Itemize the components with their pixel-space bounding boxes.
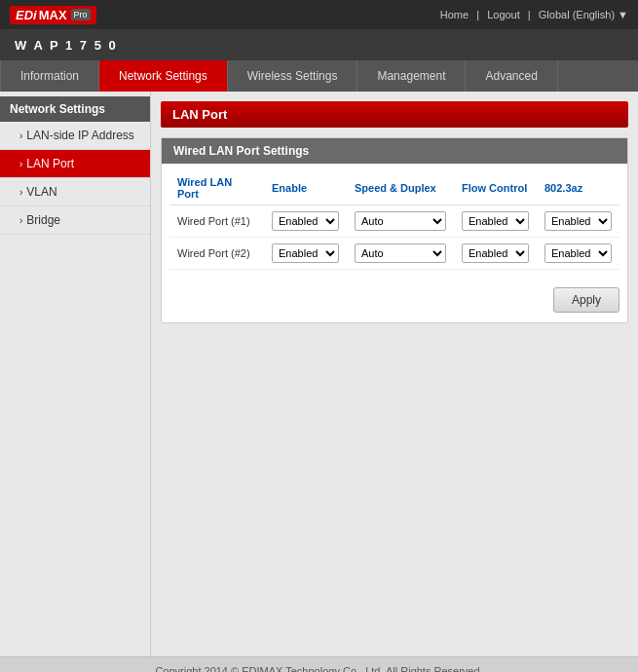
sidebar-item-label: LAN-side IP Address [26,129,134,142]
arrow-icon: › [19,131,22,141]
logout-link[interactable]: Logout [487,9,520,20]
sidebar: Network Settings › LAN-side IP Address ›… [0,92,151,656]
page-title: LAN Port [161,101,628,128]
arrow-icon: › [19,215,22,226]
main-layout: Network Settings › LAN-side IP Address ›… [0,92,638,656]
sidebar-item-vlan[interactable]: › VLAN [0,178,150,206]
port-2-speed-select[interactable]: Auto 10Mbps Half 10Mbps Full 100Mbps Hal… [355,243,446,263]
tab-information[interactable]: Information [0,60,99,92]
logo-max: MAX [39,8,67,22]
sep2: | [528,9,531,20]
port-2-enable-select[interactable]: Enabled Disabled [272,243,339,263]
region-select[interactable]: Global (English) [539,9,615,20]
device-name: W A P 1 7 5 0 [15,38,118,53]
content-area: LAN Port Wired LAN Port Settings Wired L… [151,92,638,656]
arrow-icon: › [19,159,22,169]
sidebar-item-bridge[interactable]: › Bridge [0,206,150,235]
tab-advanced[interactable]: Advanced [466,60,557,92]
tab-network-settings[interactable]: Network Settings [99,60,228,92]
logo-pro: Pro [71,9,91,20]
settings-table-wrapper: Wired LAN Port Enable Speed & Duplex Flo… [162,164,627,278]
col-port: Wired LAN Port [169,171,264,205]
arrow-icon: › [19,187,22,198]
col-flow: Flow Control [454,171,537,205]
tab-management[interactable]: Management [357,60,466,92]
settings-box-title: Wired LAN Port Settings [162,138,627,164]
footer-text: Copyright 2014 © EDIMAX Technology Co., … [155,665,482,672]
settings-box: Wired LAN Port Settings Wired LAN Port E… [161,137,628,323]
nav-tabs: Information Network Settings Wireless Se… [0,60,638,92]
col-enable: Enable [264,171,347,205]
port-2-label: Wired Port (#2) [169,238,264,270]
col-dot3az: 802.3az [537,171,619,205]
chevron-down-icon: ▼ [618,9,628,20]
port-1-flow-cell: Enabled Disabled [454,205,537,238]
sidebar-item-label: Bridge [26,213,60,227]
logo-edi: EDi [16,8,37,22]
sidebar-item-label: VLAN [26,185,56,199]
wired-lan-table: Wired LAN Port Enable Speed & Duplex Flo… [169,171,619,270]
port-2-enable-cell: Enabled Disabled [264,238,347,270]
logo-bg: EDiMAX Pro [10,6,96,24]
device-bar: W A P 1 7 5 0 [0,29,638,60]
port-2-dot3az-select[interactable]: Enabled Disabled [544,243,612,263]
sidebar-title: Network Settings [0,96,150,122]
port-1-flow-select[interactable]: Enabled Disabled [462,211,529,231]
port-2-flow-select[interactable]: Enabled Disabled [462,243,529,263]
header-links: Home | Logout | Global (English) ▼ [440,9,628,20]
apply-button[interactable]: Apply [553,287,619,313]
sidebar-item-lan-ip[interactable]: › LAN-side IP Address [0,122,150,150]
sidebar-item-lan-port[interactable]: › LAN Port [0,150,150,178]
sep1: | [476,9,479,20]
port-1-speed-select[interactable]: Auto 10Mbps Half 10Mbps Full 100Mbps Hal… [355,211,446,231]
footer: Copyright 2014 © EDIMAX Technology Co., … [0,656,638,672]
table-row: Wired Port (#2) Enabled Disabled Auto [169,238,619,270]
table-row: Wired Port (#1) Enabled Disabled Auto [169,205,619,238]
port-1-dot3az-select[interactable]: Enabled Disabled [544,211,612,231]
port-2-dot3az-cell: Enabled Disabled [537,238,619,270]
tab-wireless-settings[interactable]: Wireless Settings [228,60,358,92]
port-1-enable-select[interactable]: Enabled Disabled [272,211,339,231]
port-1-enable-cell: Enabled Disabled [264,205,347,238]
col-speed: Speed & Duplex [347,171,454,205]
sidebar-item-label: LAN Port [26,157,74,170]
port-1-label: Wired Port (#1) [169,205,264,238]
port-2-flow-cell: Enabled Disabled [454,238,537,270]
logo: EDiMAX Pro [10,6,96,24]
home-link[interactable]: Home [440,9,469,20]
port-2-speed-cell: Auto 10Mbps Half 10Mbps Full 100Mbps Hal… [347,238,454,270]
port-1-dot3az-cell: Enabled Disabled [537,205,619,238]
port-1-speed-cell: Auto 10Mbps Half 10Mbps Full 100Mbps Hal… [347,205,454,238]
header: EDiMAX Pro Home | Logout | Global (Engli… [0,0,638,29]
apply-row: Apply [162,278,627,322]
